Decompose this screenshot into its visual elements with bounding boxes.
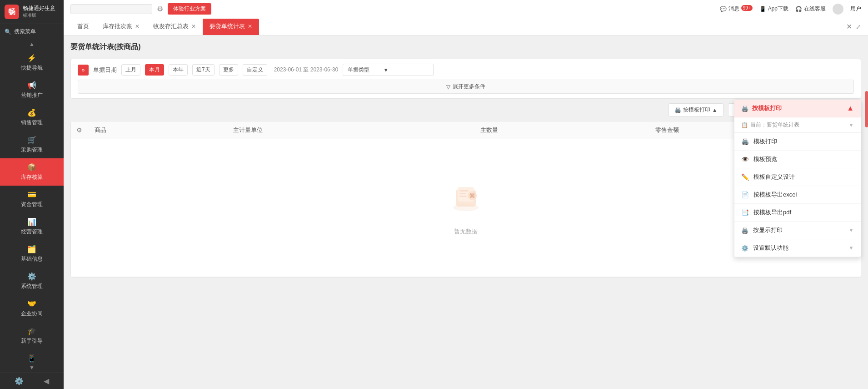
filter-row: » 单据日期 上月 本月 本年 近7天 更多 自定义 2023-06-01 至 …	[78, 64, 854, 76]
tab-yaohuo-close[interactable]: ✕	[248, 23, 252, 30]
sidebar-item-jichu[interactable]: 🗂️ 基础信息	[0, 240, 64, 268]
tab-yaohuo[interactable]: 要货单统计表 ✕	[203, 19, 259, 35]
sidebar-item-yingyong[interactable]: 📱 应用中心	[0, 349, 64, 363]
template-custom-item[interactable]: ✏️ 模板自定义设计	[734, 168, 861, 186]
nav-icon-jingying: 📊	[27, 217, 36, 226]
date-range-display: 2023-06-01 至 2023-06-30	[274, 66, 338, 74]
message-icon: 💬	[720, 6, 727, 12]
tab-home[interactable]: 首页	[70, 19, 96, 35]
tab-yaohuo-label: 要货单统计表	[210, 22, 245, 30]
set-default-item[interactable]: ⚙️ 设置默认功能 ▼	[734, 239, 861, 257]
tabbar: 首页 库存批次账 ✕ 收发存汇总表 ✕ 要货单统计表 ✕ ✕ ⤢	[64, 18, 868, 35]
template-custom-icon: ✏️	[741, 173, 749, 181]
current-label-icon: 📋	[741, 122, 748, 128]
dropdown-arrow-icon: ▼	[383, 67, 389, 73]
nav-icon-xinshou: 🎓	[27, 327, 36, 335]
current-label-text: 当前：要货单统计表	[750, 121, 846, 129]
filter-bar: » 单据日期 上月 本月 本年 近7天 更多 自定义 2023-06-01 至 …	[70, 59, 861, 99]
message-badge: 99+	[741, 5, 753, 11]
sidebar-label-xiaoshou: 销售管理	[21, 119, 43, 126]
template-print-label: 模板打印	[753, 137, 777, 146]
tab-kucun-label: 库存批次账	[103, 22, 132, 30]
topbar-search-input[interactable]	[70, 4, 152, 14]
filter-expand-icon[interactable]: »	[78, 65, 89, 76]
sidebar-item-yingxiao[interactable]: 📢 营销推广	[0, 76, 64, 104]
tab-shoufasong-close[interactable]: ✕	[191, 23, 196, 30]
date-btn-custom[interactable]: 自定义	[243, 64, 267, 76]
tab-kucun-pilizh[interactable]: 库存批次账 ✕	[96, 19, 146, 35]
sidebar-label-xinshou: 新手引导	[21, 337, 43, 345]
empty-illustration	[448, 180, 484, 223]
print-icon: 🖨️	[674, 107, 681, 113]
message-item[interactable]: 💬 消息 99+	[720, 5, 753, 13]
topbar-gear-icon[interactable]: ⚙	[157, 5, 163, 13]
sidebar-label-jichu: 基础信息	[21, 255, 43, 263]
date-btn-more[interactable]: 更多	[219, 64, 238, 76]
sidebar-label-zijin: 资金管理	[21, 201, 43, 208]
sidebar-item-caigou[interactable]: 🛒 采购管理	[0, 131, 64, 158]
date-btn-last-7-days[interactable]: 近7天	[192, 64, 215, 76]
sidebar-label-yingxiao: 营销推广	[21, 91, 43, 99]
print-btn[interactable]: 🖨️ 按模板打印 ▲	[668, 103, 723, 116]
sidebar-item-kucun[interactable]: 📦 库存核算	[0, 158, 64, 186]
sidebar-search[interactable]: 🔍 搜索菜单	[0, 24, 64, 39]
topbar-right: 💬 消息 99+ 📱 App下载 🎧 在线客服 用户	[720, 4, 861, 15]
template-export-excel-item[interactable]: 📄 按模板导出excel	[734, 186, 861, 204]
template-print-icon: 🖨️	[741, 138, 749, 145]
user-avatar-item[interactable]	[833, 4, 843, 15]
logo-sub: 标准版	[23, 12, 55, 19]
sidebar-search-label: 搜索菜单	[14, 28, 36, 35]
tabbar-expand-icon[interactable]: ⤢	[856, 23, 861, 30]
tab-home-label: 首页	[77, 22, 89, 30]
template-print-item[interactable]: 🖨️ 模板打印	[734, 133, 861, 151]
trial-btn[interactable]: 体验行业方案	[168, 3, 211, 15]
logo-text: 畅捷通好生意	[23, 5, 55, 12]
expand-more-btn[interactable]: ▽ 展开更多条件	[78, 80, 854, 94]
sidebar-label-kuaijie: 快捷导航	[21, 64, 43, 72]
sidebar-item-xiaoshou[interactable]: 💰 销售管理	[0, 104, 64, 131]
table-column-settings-icon[interactable]: ⚙	[76, 126, 82, 134]
logo: 畅 畅捷通好生意 标准版	[0, 0, 64, 24]
sidebar-item-jingying[interactable]: 📊 经营管理	[0, 213, 64, 240]
app-download-label: App下载	[768, 5, 788, 13]
online-service-item[interactable]: 🎧 在线客服	[795, 5, 826, 13]
print-label: 按模板打印	[683, 106, 710, 114]
date-btn-last-month[interactable]: 上月	[121, 64, 140, 76]
col-header-product: 商品	[89, 121, 228, 139]
sidebar-item-kuaijie[interactable]: ⚡ 快捷导航	[0, 49, 64, 76]
app-download-item[interactable]: 📱 App下载	[759, 5, 788, 13]
sidebar-item-xitong[interactable]: ⚙️ 系统管理	[0, 268, 64, 295]
tabbar-close-icon[interactable]: ✕	[846, 22, 852, 31]
print-dropdown-header-icon: 🖨️	[741, 105, 748, 112]
nav-icon-kucun: 📦	[27, 163, 36, 172]
print-dropdown-close-icon[interactable]: ▲	[847, 104, 854, 112]
nav-icon-yingyong: 📱	[27, 354, 36, 363]
display-print-item[interactable]: 🖨️ 按显示打印 ▼	[734, 222, 861, 239]
expand-more-label: 展开更多条件	[453, 83, 485, 91]
template-preview-item[interactable]: 👁️ 模板预览	[734, 151, 861, 168]
template-custom-label: 模板自定义设计	[753, 173, 795, 181]
print-dropdown-header: 🖨️ 按模板打印 ▲	[734, 100, 861, 117]
sidebar-item-xinshou[interactable]: 🎓 新手引导	[0, 322, 64, 349]
date-btn-this-month[interactable]: 本月	[145, 64, 164, 76]
nav-icon-caigou: 🛒	[27, 136, 36, 144]
sidebar-item-zijin[interactable]: 💳 资金管理	[0, 186, 64, 213]
nav-icon-xitong: ⚙️	[27, 272, 36, 281]
sidebar-scroll-up[interactable]: ▲	[0, 39, 64, 49]
template-export-pdf-item[interactable]: 📑 按模板导出pdf	[734, 204, 861, 222]
sidebar-scroll-down[interactable]: ▼	[0, 363, 64, 373]
tab-shoufasong[interactable]: 收发存汇总表 ✕	[146, 19, 203, 35]
tab-kucun-close[interactable]: ✕	[135, 23, 140, 30]
collapse-icon[interactable]: ◀	[44, 377, 49, 385]
display-print-icon: 🖨️	[741, 227, 748, 234]
svg-rect-7	[459, 190, 469, 192]
settings-icon[interactable]: ⚙️	[15, 377, 24, 385]
nav-icon-yingxiao: 📢	[27, 81, 36, 90]
nav-icon-zijin: 💳	[27, 190, 36, 199]
user-avatar	[833, 4, 843, 15]
app-icon: 📱	[759, 6, 766, 12]
sidebar-item-qiye[interactable]: 🤝 企业协同	[0, 295, 64, 322]
type-dropdown[interactable]: 单据类型 ▼	[343, 64, 434, 76]
col-header-unit: 主计量单位	[228, 121, 475, 139]
date-btn-this-year[interactable]: 本年	[169, 64, 188, 76]
